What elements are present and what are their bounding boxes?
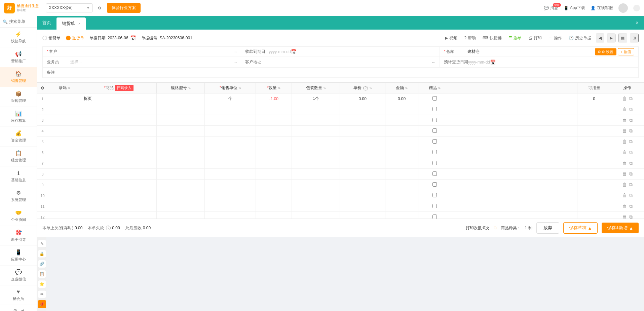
customer-more-icon[interactable]: ··· xyxy=(233,49,237,54)
message-button[interactable]: 💬 消息 99+ xyxy=(544,5,558,11)
delete-row-btn[interactable]: 🗑 xyxy=(621,117,628,123)
qty-cell[interactable] xyxy=(256,212,292,219)
prev-record-btn[interactable]: ◀ xyxy=(596,34,604,42)
amount-cell[interactable] xyxy=(385,158,418,169)
delete-row-btn[interactable]: 🗑 xyxy=(621,160,628,166)
scan-button[interactable]: 扫码录入 xyxy=(115,85,134,91)
product-cell[interactable] xyxy=(81,126,157,137)
sidebar-item-marketing[interactable]: 📢 营销推广 xyxy=(0,47,37,67)
sidebar-item-basic-info[interactable]: ℹ 基础信息 xyxy=(0,166,37,186)
pkg-qty-cell[interactable] xyxy=(292,190,340,201)
pkg-qty-cell[interactable] xyxy=(292,169,340,180)
unit-cell[interactable] xyxy=(205,180,256,190)
copy-row-btn[interactable]: ⧉ xyxy=(629,127,633,134)
sidebar-item-app-center[interactable]: 📱 应用中心 xyxy=(0,246,37,266)
barcode-cell[interactable] xyxy=(48,201,81,212)
delete-row-btn[interactable]: 🗑 xyxy=(621,127,628,134)
salesperson-more-icon[interactable]: ··· xyxy=(233,60,237,65)
product-cell[interactable]: 拆页 xyxy=(81,93,157,104)
unit-cell[interactable] xyxy=(205,147,256,158)
sidebar-item-inventory[interactable]: 📊 库存核算 xyxy=(0,107,37,127)
user-dropdown[interactable] xyxy=(633,5,640,11)
amount-cell[interactable] xyxy=(385,104,418,115)
barcode-cell[interactable] xyxy=(48,147,81,158)
product-cell[interactable] xyxy=(81,115,157,126)
delete-row-btn[interactable]: 🗑 xyxy=(621,149,628,156)
view-mode-btn2[interactable]: ⊞ xyxy=(630,34,639,42)
unit-price-cell[interactable] xyxy=(340,137,385,147)
qty-cell[interactable] xyxy=(256,180,292,190)
sidebar-item-vip[interactable]: ♥ 畅会员 xyxy=(0,285,37,305)
unit-price-cell[interactable] xyxy=(340,201,385,212)
unit-cell[interactable] xyxy=(205,169,256,180)
delete-row-btn[interactable]: 🗑 xyxy=(621,95,628,102)
video-btn[interactable]: ▶ 视频 xyxy=(443,34,459,42)
product-cell[interactable] xyxy=(81,104,157,115)
pkg-qty-cell[interactable] xyxy=(292,180,340,190)
delete-row-btn[interactable]: 🗑 xyxy=(621,181,628,188)
right-panel-btn-3[interactable]: 🔗 xyxy=(38,260,46,268)
barcode-cell[interactable] xyxy=(48,190,81,201)
unit-price-cell[interactable] xyxy=(340,169,385,180)
sidebar-item-quick-nav[interactable]: ⚡ 快捷导航 xyxy=(0,28,37,47)
gift-cell[interactable] xyxy=(418,190,451,201)
amount-cell[interactable] xyxy=(385,180,418,190)
sidebar-settings-icon[interactable]: ⚙ xyxy=(13,308,17,311)
amount-cell[interactable] xyxy=(385,212,418,219)
sidebar-item-purchase-mgmt[interactable]: 📦 采购管理 xyxy=(0,87,37,107)
barcode-cell[interactable] xyxy=(48,115,81,126)
notes-input[interactable] xyxy=(70,70,634,75)
unit-cell[interactable] xyxy=(205,158,256,169)
product-cell[interactable] xyxy=(81,158,157,169)
date-value[interactable]: 2023-06-06 xyxy=(108,36,128,40)
spec-cell[interactable] xyxy=(157,190,205,201)
qty-cell[interactable]: -1.00 xyxy=(256,93,292,104)
amount-cell[interactable] xyxy=(385,147,418,158)
pkg-qty-cell[interactable] xyxy=(292,212,340,219)
gift-cell[interactable] xyxy=(418,169,451,180)
amount-cell[interactable] xyxy=(385,201,418,212)
barcode-cell[interactable] xyxy=(48,93,81,104)
qty-cell[interactable] xyxy=(256,190,292,201)
shortcut-btn[interactable]: ⌨ 快捷键 xyxy=(481,34,504,42)
unit-price-cell[interactable] xyxy=(340,115,385,126)
right-panel-btn-7[interactable]: 📌 xyxy=(38,300,46,308)
next-record-btn[interactable]: ▶ xyxy=(607,34,615,42)
delete-row-btn[interactable]: 🗑 xyxy=(621,192,628,199)
barcode-cell[interactable] xyxy=(48,212,81,219)
amount-cell[interactable] xyxy=(385,115,418,126)
qty-cell[interactable] xyxy=(256,201,292,212)
product-cell[interactable] xyxy=(81,190,157,201)
amount-cell[interactable] xyxy=(385,169,418,180)
delivery-calendar-icon[interactable]: 📅 xyxy=(490,60,496,65)
unit-cell[interactable] xyxy=(205,201,256,212)
barcode-cell[interactable] xyxy=(48,169,81,180)
delete-row-btn[interactable]: 🗑 xyxy=(621,138,628,145)
spec-cell[interactable] xyxy=(157,169,205,180)
right-panel-btn-2[interactable]: 🔒 xyxy=(38,250,46,258)
sidebar-item-corp-wechat[interactable]: 💬 企业微信 xyxy=(0,266,37,285)
close-all-icon[interactable]: × xyxy=(630,20,644,26)
select-btn[interactable]: ☰ 选单 xyxy=(506,34,524,42)
unit-cell[interactable] xyxy=(205,115,256,126)
calendar-icon[interactable]: 📅 xyxy=(130,35,136,41)
operation-btn[interactable]: ⋯ 操作 xyxy=(546,34,564,42)
barcode-cell[interactable] xyxy=(48,180,81,190)
unit-price-help-icon[interactable]: ? xyxy=(363,86,368,90)
copy-row-btn[interactable]: ⧉ xyxy=(629,181,633,188)
spec-cell[interactable] xyxy=(157,93,205,104)
spec-cell[interactable] xyxy=(157,104,205,115)
spec-cell[interactable] xyxy=(157,201,205,212)
company-selector[interactable]: XXXXXX公司 ▼ xyxy=(46,3,93,12)
unit-price-cell[interactable] xyxy=(340,180,385,190)
settings-button[interactable]: ⚙ ⚙ 设置 xyxy=(595,48,616,55)
right-panel-btn-4[interactable]: 📋 xyxy=(38,270,46,278)
sidebar-item-sys-mgmt[interactable]: ⚙ 系统管理 xyxy=(0,186,37,206)
unit-cell[interactable] xyxy=(205,190,256,201)
right-panel-btn-5[interactable]: ⭐ xyxy=(38,280,46,288)
view-mode-btn1[interactable]: ▦ xyxy=(618,34,627,42)
save-new-button[interactable]: 保存&新增 ▲ xyxy=(602,223,639,233)
unit-price-cell[interactable] xyxy=(340,212,385,219)
product-cell[interactable] xyxy=(81,137,157,147)
sidebar-item-sales-mgmt[interactable]: 🏠 销售管理 xyxy=(0,67,37,87)
